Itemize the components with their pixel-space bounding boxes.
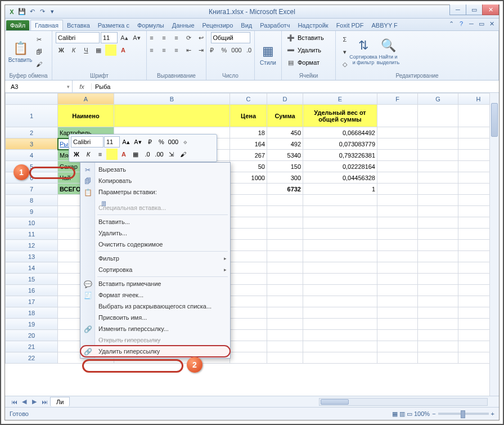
- row-header-18[interactable]: 18: [6, 307, 58, 319]
- border-icon[interactable]: ▦: [93, 44, 104, 56]
- row-header-4[interactable]: 4: [6, 150, 58, 161]
- ctx-format-cells[interactable]: 🧾Формат ячеек...: [80, 289, 230, 301]
- cell-D2[interactable]: 450: [267, 127, 303, 138]
- maximize-button[interactable]: ▭: [466, 5, 483, 15]
- mini-font-color-icon[interactable]: A: [118, 149, 129, 160]
- sort-filter-button[interactable]: ⇅ Сортировка и фильтр: [352, 34, 375, 70]
- delete-cells-label[interactable]: Удалить: [298, 47, 321, 53]
- paste-button[interactable]: 📋 Вставить: [8, 34, 32, 70]
- save-icon[interactable]: 💾: [17, 7, 26, 16]
- sheet-nav-next[interactable]: ▶: [30, 397, 39, 406]
- mini-merge-icon[interactable]: ⇲: [165, 149, 177, 160]
- ctx-comment[interactable]: 💬Вставить примечание: [80, 278, 230, 289]
- row-header-1[interactable]: 1: [6, 105, 58, 127]
- fill-color-icon[interactable]: [105, 44, 116, 56]
- row-header-10[interactable]: 10: [6, 217, 58, 229]
- ctx-insert[interactable]: Вставить...: [80, 216, 230, 227]
- formula-input[interactable]: Рыба: [92, 83, 110, 90]
- align-center-icon[interactable]: ≡: [159, 44, 170, 56]
- select-all[interactable]: [6, 93, 58, 105]
- row-header-13[interactable]: 13: [6, 251, 58, 262]
- sheet-nav-prev[interactable]: ◀: [20, 397, 29, 406]
- tab-data[interactable]: Данные: [168, 20, 199, 30]
- ctx-cut[interactable]: ✂Вырезать: [80, 164, 230, 175]
- horizontal-scrollbar[interactable]: [319, 398, 488, 406]
- mini-font-combo[interactable]: Calibri: [71, 136, 104, 147]
- ctx-dropdown[interactable]: Выбрать из раскрывающегося списка...: [80, 301, 230, 312]
- inc-dec-icon[interactable]: .0: [244, 44, 255, 56]
- zoom-out-icon[interactable]: −: [432, 410, 435, 417]
- redo-icon[interactable]: ↷: [38, 7, 47, 16]
- cell-D3[interactable]: 492: [267, 138, 303, 150]
- tab-view[interactable]: Вид: [237, 20, 256, 30]
- row-header-21[interactable]: 21: [6, 341, 58, 352]
- cell-C6[interactable]: 1000: [230, 172, 267, 184]
- cell-E3[interactable]: 0,073083779: [303, 138, 377, 150]
- cell-B1[interactable]: [114, 105, 230, 127]
- cell-E7[interactable]: 1: [303, 184, 377, 195]
- row-header-8[interactable]: 8: [6, 195, 58, 206]
- col-header-G[interactable]: G: [418, 93, 458, 105]
- zoom-slider[interactable]: [438, 413, 489, 415]
- ctx-copy[interactable]: 🗐Копировать: [80, 175, 230, 186]
- find-select-button[interactable]: 🔍 Найти и выделить: [376, 34, 400, 70]
- mini-painter-icon[interactable]: 🖌: [177, 149, 188, 160]
- indent-dec-icon[interactable]: ⇤: [183, 44, 195, 56]
- cell-D7[interactable]: 6732: [267, 184, 303, 195]
- doc-close-icon[interactable]: ✕: [488, 20, 496, 28]
- ctx-filter[interactable]: Фильтр▸: [80, 253, 230, 264]
- number-format-combo[interactable]: Общий: [211, 32, 250, 43]
- tab-dev[interactable]: Разработч: [256, 20, 294, 30]
- close-button[interactable]: ✕: [482, 5, 499, 15]
- mini-bold[interactable]: Ж: [71, 149, 82, 160]
- italic-button[interactable]: К: [68, 44, 79, 56]
- format-cells-label[interactable]: Формат: [298, 59, 320, 66]
- view-normal-icon[interactable]: ▦: [392, 410, 398, 418]
- insert-cells-label[interactable]: Вставить: [298, 34, 324, 41]
- cell-C3[interactable]: 164: [230, 138, 267, 150]
- col-header-A[interactable]: A: [58, 93, 114, 105]
- clear-icon[interactable]: ◇: [339, 59, 350, 70]
- orientation-icon[interactable]: ⟳: [183, 32, 195, 43]
- cell-C7[interactable]: [230, 184, 267, 195]
- doc-restore-icon[interactable]: ▭: [478, 20, 485, 28]
- ctx-delete[interactable]: Удалить...: [80, 227, 230, 239]
- cut-icon[interactable]: ✂: [33, 34, 44, 45]
- col-header-D[interactable]: D: [267, 93, 303, 105]
- row-header-17[interactable]: 17: [6, 296, 58, 307]
- cell-E4[interactable]: 0,793226381: [303, 150, 377, 161]
- row-header-2[interactable]: 2: [6, 127, 58, 138]
- ctx-edit-hyperlink[interactable]: 🔗Изменить гиперссылку...: [80, 323, 230, 334]
- view-layout-icon[interactable]: ▥: [399, 410, 405, 418]
- row-header-11[interactable]: 11: [6, 229, 58, 240]
- align-left-icon[interactable]: ≡: [146, 44, 158, 56]
- mini-grow-icon[interactable]: A▴: [120, 136, 132, 147]
- wrap-icon[interactable]: ↩: [196, 32, 207, 43]
- tab-file[interactable]: Файл: [6, 20, 29, 30]
- mini-comma-icon[interactable]: 000: [168, 136, 179, 147]
- sheet-nav-first[interactable]: ⏮: [10, 397, 19, 406]
- help-icon[interactable]: ?: [457, 20, 465, 28]
- row-header-3[interactable]: 3: [6, 138, 58, 150]
- mini-currency-icon[interactable]: ₽: [144, 136, 155, 147]
- cell-D6[interactable]: 300: [267, 172, 303, 184]
- col-header-F[interactable]: F: [377, 93, 418, 105]
- undo-icon[interactable]: ↶: [28, 7, 37, 16]
- tab-addins[interactable]: Надстройк: [294, 20, 332, 30]
- qat-more-icon[interactable]: ▾: [48, 7, 57, 16]
- align-right-icon[interactable]: ≡: [171, 44, 182, 56]
- grow-font-icon[interactable]: A▴: [119, 32, 130, 43]
- mini-italic[interactable]: К: [83, 149, 94, 160]
- col-header-C[interactable]: C: [230, 93, 267, 105]
- styles-button[interactable]: ▦ Стили: [258, 37, 278, 73]
- row-header-22[interactable]: 22: [6, 352, 58, 364]
- align-bot-icon[interactable]: ≡: [171, 32, 182, 43]
- font-color-icon[interactable]: A: [118, 44, 129, 56]
- ctx-delete-hyperlink[interactable]: 🔗Удалить гиперссылку: [80, 346, 230, 357]
- minimize-button[interactable]: ─: [449, 5, 466, 15]
- align-top-icon[interactable]: ≡: [146, 32, 158, 43]
- copy-icon[interactable]: 🗐: [33, 46, 44, 57]
- mini-border-icon[interactable]: ▦: [130, 149, 141, 160]
- cell-C4[interactable]: 267: [230, 150, 267, 161]
- row-header-15[interactable]: 15: [6, 274, 58, 285]
